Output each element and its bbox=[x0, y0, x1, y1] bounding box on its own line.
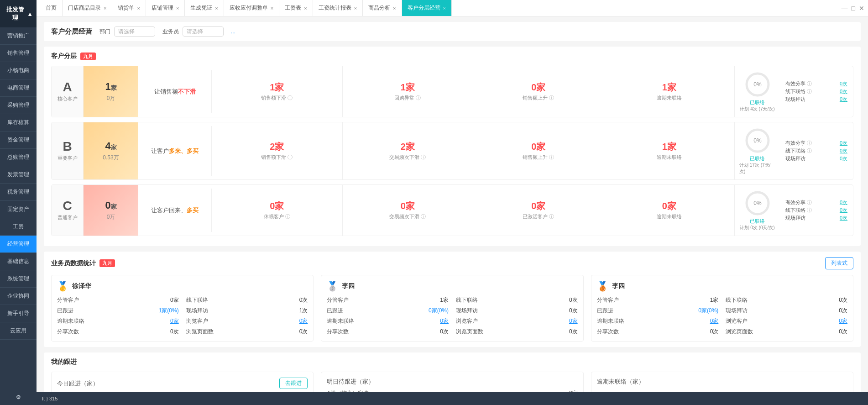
sidebar-item-营销推广[interactable]: 营销推广 bbox=[0, 27, 37, 45]
right-stat-row-B-2: 现场拜访 0次 bbox=[785, 155, 847, 162]
dept-select[interactable]: 请选择 bbox=[114, 26, 155, 37]
biz-stat-val-0-left-2[interactable]: 0家 bbox=[170, 317, 179, 325]
sidebar-item-云应用[interactable]: 云应用 bbox=[0, 322, 37, 340]
staff-select[interactable]: 请选择 bbox=[183, 26, 224, 37]
right-stat-count-B-2[interactable]: 0次 bbox=[840, 155, 847, 162]
sidebar-item-固定资产[interactable]: 固定资产 bbox=[0, 201, 37, 218]
sidebar-item-工资[interactable]: 工资 bbox=[0, 218, 37, 236]
sidebar-item-系统管理[interactable]: 系统管理 bbox=[0, 270, 37, 288]
circle-svg-A: 0% bbox=[744, 71, 771, 98]
info-icon[interactable]: ⓘ bbox=[421, 154, 426, 161]
biz-stat-label-2-right-3: 浏览页面数 bbox=[726, 328, 753, 336]
tab-close-工资统计报表[interactable]: × bbox=[354, 5, 357, 11]
sidebar-item-销售管理[interactable]: 销售管理 bbox=[0, 45, 37, 62]
right-stat-info-icon-B-1[interactable]: ⓘ bbox=[807, 148, 812, 153]
tier-stat-num-C-1: 0家 bbox=[401, 200, 415, 211]
tab-生成凭证[interactable]: 生成凭证× bbox=[185, 0, 224, 16]
followup-btn-0[interactable]: 去跟进 bbox=[279, 378, 308, 389]
window-close-icon[interactable]: ✕ bbox=[859, 5, 864, 12]
list-view-btn[interactable]: 列表式 bbox=[825, 257, 853, 269]
sidebar-item-总账管理[interactable]: 总账管理 bbox=[0, 149, 37, 166]
tab-close-销货单[interactable]: × bbox=[137, 5, 140, 11]
right-stat-count-B-1[interactable]: 0次 bbox=[840, 147, 847, 154]
sidebar-item-基础信息[interactable]: 基础信息 bbox=[0, 253, 37, 270]
right-stat-info-icon-C-0[interactable]: ⓘ bbox=[807, 200, 812, 205]
tier-stat-B-3: 1家逾期未联络 bbox=[604, 122, 735, 179]
tab-close-门店商品目录[interactable]: × bbox=[104, 5, 106, 11]
sidebar-item-采购管理[interactable]: 采购管理 bbox=[0, 97, 37, 114]
tab-close-工资表[interactable]: × bbox=[304, 5, 307, 11]
tab-close-生成凭证[interactable]: × bbox=[215, 5, 218, 11]
tab-close-商品分析[interactable]: × bbox=[393, 5, 396, 11]
info-icon[interactable]: ⓘ bbox=[288, 154, 293, 161]
tab-首页[interactable]: 首页 bbox=[40, 0, 63, 16]
right-stat-count-A-0[interactable]: 0次 bbox=[840, 80, 847, 87]
tab-门店商品目录[interactable]: 门店商品目录× bbox=[63, 0, 112, 16]
info-icon[interactable]: ⓘ bbox=[421, 213, 426, 220]
biz-stat-val-2-left-1[interactable]: 0家(0%) bbox=[698, 307, 718, 315]
circle-sub-C: 计划 0次 (0天/次) bbox=[740, 225, 774, 231]
window-restore-icon[interactable]: □ bbox=[852, 5, 855, 12]
right-stat-info-icon-A-0[interactable]: ⓘ bbox=[807, 81, 812, 86]
right-stat-row-A-2: 现场拜访 0次 bbox=[785, 96, 847, 103]
sidebar-item-小畅电商[interactable]: 小畅电商 bbox=[0, 62, 37, 79]
sidebar-item-发票管理[interactable]: 发票管理 bbox=[0, 166, 37, 184]
biz-stat-val-1-left-2[interactable]: 0家 bbox=[440, 317, 449, 325]
right-stat-info-icon-B-0[interactable]: ⓘ bbox=[807, 140, 812, 146]
biz-stat-val-0-right-1: 1次 bbox=[299, 307, 308, 315]
sidebar-item-新手引导[interactable]: 新手引导 bbox=[0, 305, 37, 322]
tier-stat-A-2: 0家销售额上升ⓘ bbox=[473, 66, 604, 117]
tab-销货单[interactable]: 销货单× bbox=[112, 0, 146, 16]
sidebar-item-经营管理[interactable]: 经营管理 bbox=[0, 236, 37, 253]
tier-stat-label-B-0: 销售额下滑ⓘ bbox=[261, 154, 293, 161]
biz-stat-label-1-left-0: 分管客户 bbox=[327, 296, 349, 304]
right-stat-count-C-0[interactable]: 0次 bbox=[840, 199, 847, 206]
biz-stat-row-0-right-2: 浏览客户0家 bbox=[186, 317, 308, 325]
sidebar-item-税务管理[interactable]: 税务管理 bbox=[0, 184, 37, 201]
sidebar-header[interactable]: 批发管理 ▲ bbox=[0, 0, 37, 27]
right-stat-count-C-2[interactable]: 0次 bbox=[840, 215, 847, 221]
more-filters-btn[interactable]: ... bbox=[231, 28, 235, 35]
biz-stat-val-0-right-3: 0次 bbox=[299, 328, 308, 336]
tab-商品分析[interactable]: 商品分析× bbox=[363, 0, 402, 16]
biz-stat-row-2-right-3: 浏览页面数0次 bbox=[726, 328, 847, 336]
tab-close-客户分层经营[interactable]: × bbox=[443, 5, 446, 11]
biz-stat-val-0-right-2[interactable]: 0家 bbox=[299, 317, 308, 325]
biz-card-grid-0: 分管客户0家线下联络0次已跟进1家(0%)现场拜访1次逾期未联络0家浏览客户0家… bbox=[57, 296, 308, 336]
right-stat-count-A-1[interactable]: 0次 bbox=[840, 88, 847, 95]
info-icon[interactable]: ⓘ bbox=[288, 95, 293, 101]
tier-name-A: 核心客户 bbox=[58, 95, 78, 102]
info-icon[interactable]: ⓘ bbox=[285, 213, 290, 220]
sidebar-item-资金管理[interactable]: 资金管理 bbox=[0, 131, 37, 149]
info-icon[interactable]: ⓘ bbox=[549, 95, 554, 101]
tab-工资统计报表[interactable]: 工资统计报表× bbox=[313, 0, 363, 16]
sidebar-item-库存核算[interactable]: 库存核算 bbox=[0, 114, 37, 131]
tab-店铺管理[interactable]: 店铺管理× bbox=[146, 0, 185, 16]
tier-stat-label-B-1: 交易频次下滑ⓘ bbox=[389, 154, 426, 161]
tab-close-店铺管理[interactable]: × bbox=[176, 5, 179, 11]
window-minimize-icon[interactable]: — bbox=[842, 5, 848, 12]
right-stat-count-A-2[interactable]: 0次 bbox=[840, 96, 847, 103]
tab-close-应收应付调整单[interactable]: × bbox=[271, 5, 273, 11]
tab-工资表[interactable]: 工资表× bbox=[279, 0, 313, 16]
biz-stat-val-2-right-3: 0次 bbox=[839, 328, 847, 336]
sidebar-settings[interactable]: ⚙ bbox=[0, 389, 37, 405]
info-icon[interactable]: ⓘ bbox=[549, 213, 554, 220]
biz-stat-val-2-right-2[interactable]: 0家 bbox=[839, 317, 847, 325]
right-stat-count-C-1[interactable]: 0次 bbox=[840, 207, 847, 214]
biz-stat-val-2-left-2[interactable]: 0家 bbox=[710, 317, 719, 325]
info-icon[interactable]: ⓘ bbox=[416, 95, 421, 101]
tab-客户分层经营[interactable]: 客户分层经营× bbox=[402, 0, 452, 16]
sidebar-item-企业协同[interactable]: 企业协同 bbox=[0, 288, 37, 305]
info-icon[interactable]: ⓘ bbox=[549, 154, 554, 161]
right-stat-info-icon-C-1[interactable]: ⓘ bbox=[807, 207, 812, 213]
sidebar-collapse-icon[interactable]: ▲ bbox=[27, 11, 33, 17]
biz-stat-val-1-right-2[interactable]: 0家 bbox=[569, 317, 578, 325]
biz-stat-val-0-left-1[interactable]: 1家(0%) bbox=[159, 307, 179, 315]
biz-stat-val-1-left-1[interactable]: 0家(0%) bbox=[429, 307, 449, 315]
right-stat-count-B-0[interactable]: 0次 bbox=[840, 140, 847, 147]
right-stat-info-icon-A-1[interactable]: ⓘ bbox=[807, 89, 812, 94]
sidebar-item-电商管理[interactable]: 电商管理 bbox=[0, 79, 37, 97]
tab-应收应付调整单[interactable]: 应收应付调整单× bbox=[224, 0, 279, 16]
tier-stat-num-A-2: 0家 bbox=[531, 82, 545, 93]
